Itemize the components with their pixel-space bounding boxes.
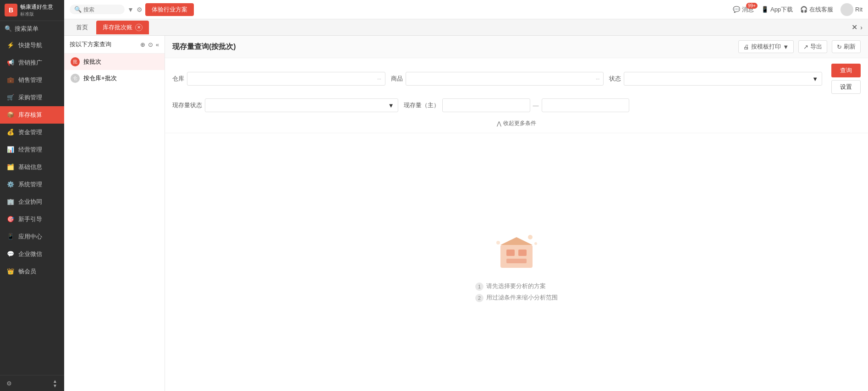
query-btn[interactable]: 查询 [831, 64, 861, 77]
plan-item-by-batch[interactable]: 批 按批次 [64, 54, 165, 70]
refresh-label: 刷新 [844, 43, 856, 51]
inventory-amount-range: — [442, 98, 630, 112]
close-arrow-icon[interactable]: › [860, 24, 863, 31]
inventory-amount-min[interactable] [442, 98, 530, 112]
sidebar-item-shortcuts[interactable]: ⚡ 快捷导航 [0, 37, 64, 54]
status-filter: 状态 ▼ [609, 72, 822, 86]
sidebar-item-sales[interactable]: 💼 销售管理 [0, 71, 64, 89]
export-btn[interactable]: ↗ 导出 [798, 40, 827, 53]
user-avatar [841, 3, 853, 16]
finance-icon: 💰 [6, 128, 15, 136]
scroll-down[interactable]: ▼ [52, 384, 58, 387]
inventory-label: 库存核算 [18, 111, 42, 119]
status-select[interactable]: ▼ [624, 72, 822, 86]
export-icon: ↗ [803, 43, 808, 50]
plan-item-by-warehouse-batch[interactable]: 仓 按仓库+批次 [64, 70, 165, 87]
phone-icon: 📱 [761, 6, 769, 13]
empty-illustration [489, 220, 544, 275]
export-label: 导出 [810, 43, 822, 51]
main-area: 🔍 ▼ ⚙ 体验行业方案 💬 消息 99+ 📱 App下载 🎧 在线客服 [64, 0, 868, 391]
close-panel-btn[interactable]: ✕ [852, 23, 857, 32]
sidebar-header: B 畅康通好生意 标准版 [0, 0, 64, 21]
member-label: 畅会员 [18, 267, 36, 276]
sidebar-item-guide[interactable]: 🎯 新手引导 [0, 211, 64, 228]
message-icon: 💬 [733, 6, 740, 13]
warehouse-label: 仓库 [172, 75, 184, 83]
empty-tip-2: 2 用过滤条件来缩小分析范围 [475, 293, 558, 302]
sidebar-item-basic[interactable]: 🗂️ 基础信息 [0, 158, 64, 176]
empty-state: 1 请先选择要分析的方案 2 用过滤条件来缩小分析范围 [165, 133, 868, 391]
sidebar-item-apps[interactable]: 📱 应用中心 [0, 228, 64, 245]
product-filter: 商品 ··· [391, 72, 604, 86]
wechat-label: 企业微信 [18, 250, 42, 258]
print-template-btn[interactable]: 🖨 按模板打印 ▼ [738, 40, 794, 53]
inventory-status-select[interactable]: ▼ [205, 98, 398, 112]
print-dropdown-icon[interactable]: ▼ [783, 43, 789, 50]
sidebar-item-member[interactable]: 👑 畅会员 [0, 263, 64, 280]
sidebar-footer: ⚙ ▲ ▼ [0, 375, 64, 391]
svg-point-6 [534, 242, 537, 245]
enterprise-icon: 🏢 [6, 198, 15, 206]
manage-plan-icon[interactable]: ⊙ [148, 41, 153, 48]
app-download-label: App下载 [770, 5, 793, 14]
settings-footer-icon[interactable]: ⚙ [6, 380, 12, 387]
scroll-up[interactable]: ▲ [52, 379, 58, 383]
shortcuts-label: 快捷导航 [18, 41, 42, 49]
search-menu[interactable]: 🔍 搜索菜单 [0, 21, 64, 37]
warehouse-filter: 仓库 ··· [172, 72, 385, 86]
topbar-settings-icon[interactable]: ⚙ [137, 6, 143, 13]
sales-icon: 💼 [6, 76, 15, 84]
page-actions: 🖨 按模板打印 ▼ ↗ 导出 ↻ 刷新 [738, 40, 861, 53]
topbar-gear-icon[interactable]: ▼ [127, 6, 134, 13]
sidebar-item-wechat[interactable]: 💬 企业微信 [0, 245, 64, 263]
refresh-icon: ↻ [837, 43, 842, 50]
sidebar-item-system[interactable]: ⚙️ 系统管理 [0, 176, 64, 193]
page-title: 现存量查询(按批次) [172, 42, 236, 52]
left-panel-title: 按以下方案查询 [70, 40, 111, 49]
user-profile-btn[interactable]: Rit [841, 3, 863, 16]
apps-label: 应用中心 [18, 233, 42, 241]
warehouse-input[interactable]: ··· [187, 72, 385, 86]
svg-rect-2 [506, 250, 515, 256]
svg-rect-4 [506, 259, 527, 263]
sidebar-item-marketing[interactable]: 📢 营销推广 [0, 54, 64, 71]
search-menu-label: 搜索菜单 [15, 25, 38, 33]
tab-home-label: 首页 [76, 23, 88, 32]
collapse-filters-btn[interactable]: ⋀ 收起更多条件 [172, 117, 861, 127]
operations-icon: 📊 [6, 146, 15, 154]
plan-icon-gray: 仓 [71, 74, 80, 83]
tab-home[interactable]: 首页 [70, 21, 94, 34]
empty-tips: 1 请先选择要分析的方案 2 用过滤条件来缩小分析范围 [475, 282, 558, 305]
add-plan-icon[interactable]: ⊕ [140, 41, 145, 48]
warehouse-dots-icon: ··· [377, 76, 381, 81]
sidebar-item-operations[interactable]: 📊 经营管理 [0, 141, 64, 158]
inventory-amount-max[interactable] [542, 98, 630, 112]
tab-inventory-batch[interactable]: 库存批次账 ✕ [96, 21, 149, 34]
search-icon: 🔍 [5, 25, 12, 32]
topbar-search-input[interactable] [83, 6, 120, 13]
online-service-btn[interactable]: 🎧 在线客服 [800, 5, 833, 14]
settings-btn[interactable]: 设置 [831, 80, 861, 94]
sales-label: 销售管理 [18, 76, 42, 84]
topbar: 🔍 ▼ ⚙ 体验行业方案 💬 消息 99+ 📱 App下载 🎧 在线客服 [64, 0, 868, 19]
experience-btn[interactable]: 体验行业方案 [145, 3, 194, 16]
operations-label: 经营管理 [18, 146, 42, 154]
scroll-controls: ▲ ▼ [52, 379, 58, 387]
filter-row-2: 现存量状态 ▼ 现存量（主） — [172, 98, 861, 112]
refresh-btn[interactable]: ↻ 刷新 [832, 40, 861, 53]
sidebar-item-enterprise[interactable]: 🏢 企业协同 [0, 193, 64, 211]
inventory-status-label: 现存量状态 [172, 101, 202, 109]
sidebar-item-purchase[interactable]: 🛒 采购管理 [0, 89, 64, 106]
messages-btn[interactable]: 💬 消息 99+ [733, 5, 754, 14]
print-template-label: 按模板打印 [751, 43, 781, 51]
app-download-btn[interactable]: 📱 App下载 [761, 5, 793, 14]
topbar-right: 💬 消息 99+ 📱 App下载 🎧 在线客服 Rit [733, 3, 863, 16]
product-input[interactable]: ··· [406, 72, 604, 86]
marketing-icon: 📢 [6, 59, 15, 67]
sidebar-item-inventory[interactable]: 📦 库存核算 [0, 106, 64, 124]
collapse-panel-icon[interactable]: « [156, 41, 159, 48]
tab-inventory-batch-close[interactable]: ✕ [135, 24, 143, 31]
filter-area: 仓库 ··· 商品 ··· 状态 [165, 58, 868, 133]
sidebar-item-finance[interactable]: 💰 资金管理 [0, 124, 64, 141]
search-box[interactable]: 🔍 [70, 5, 125, 14]
